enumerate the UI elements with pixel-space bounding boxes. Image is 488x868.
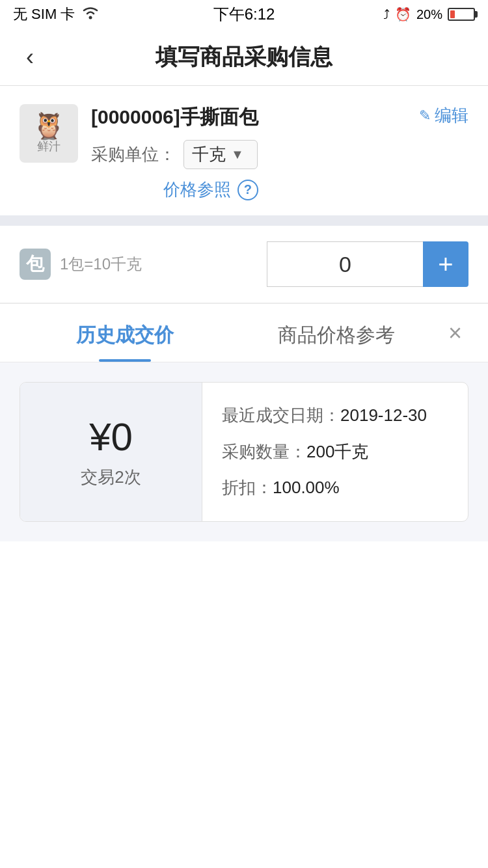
bottom-area <box>0 541 488 868</box>
history-content: ¥0 交易2次 最近成交日期：2019-12-30 采购数量：200千克 折扣：… <box>0 362 488 541</box>
qty-unit-desc: 1包=10千克 <box>60 254 142 275</box>
price-detail-date: 最近成交日期：2019-12-30 <box>222 402 448 429</box>
page-title: 填写商品采购信息 <box>156 42 332 72</box>
unit-label: 采购单位： <box>91 143 176 166</box>
battery-icon <box>448 8 475 21</box>
discount-label: 折扣： <box>222 478 273 497</box>
tab-close-button[interactable]: × <box>442 315 468 351</box>
price-card-left: ¥0 交易2次 <box>20 383 202 521</box>
wifi-icon <box>81 5 100 23</box>
edit-button-container: ✎ 编辑 <box>419 104 468 127</box>
product-info: [0000006]手撕面包 采购单位： 千克 ▼ 价格参照 ? <box>91 104 258 201</box>
price-detail-discount: 折扣：100.00% <box>222 474 448 502</box>
status-bar-left: 无 SIM 卡 <box>13 5 100 24</box>
svg-point-0 <box>89 16 92 20</box>
nav-bar: ‹ 填写商品采购信息 <box>0 29 488 86</box>
price-card-right: 最近成交日期：2019-12-30 采购数量：200千克 折扣：100.00% <box>202 383 468 521</box>
unit-select[interactable]: 千克 ▼ <box>183 140 258 169</box>
qty-right: + <box>267 241 468 287</box>
quantity-input[interactable] <box>267 241 423 287</box>
price-amount: ¥0 <box>89 414 133 459</box>
product-left: 🦉 鲜汁 [0000006]手撕面包 采购单位： 千克 ▼ 价格参照 <box>20 104 258 201</box>
edit-icon: ✎ <box>419 107 431 124</box>
product-name: [0000006]手撕面包 <box>91 104 258 129</box>
status-bar: 无 SIM 卡 下午6:12 ⤴ ⏰ 20% <box>0 0 488 29</box>
tab-product-price-ref[interactable]: 商品价格参考 <box>230 304 441 362</box>
product-owl-icon: 🦉 <box>33 113 65 139</box>
tab-product-price-ref-label: 商品价格参考 <box>278 324 395 346</box>
price-trade-count: 交易2次 <box>81 466 141 489</box>
battery-fill <box>450 10 455 18</box>
price-ref-row: 价格参照 ? <box>91 178 258 201</box>
unit-value: 千克 <box>192 143 226 166</box>
qty-left: 包 1包=10千克 <box>20 249 142 280</box>
edit-label: 编辑 <box>435 104 468 127</box>
recent-date-label: 最近成交日期： <box>222 405 340 425</box>
divider-strip <box>0 215 488 226</box>
recent-date-value: 2019-12-30 <box>340 405 427 425</box>
price-ref-link[interactable]: 价格参照 <box>163 178 231 201</box>
back-button[interactable]: ‹ <box>20 37 40 77</box>
purchase-qty-label: 采购数量： <box>222 442 306 461</box>
product-thumb-label: 鲜汁 <box>37 139 61 154</box>
qty-plus-button[interactable]: + <box>423 241 468 287</box>
product-unit-row: 采购单位： 千克 ▼ <box>91 140 258 169</box>
discount-value: 100.00% <box>273 478 340 497</box>
price-card: ¥0 交易2次 最近成交日期：2019-12-30 采购数量：200千克 折扣：… <box>20 382 468 522</box>
status-bar-time: 下午6:12 <box>213 4 275 25</box>
product-thumb-inner: 🦉 鲜汁 <box>29 114 68 153</box>
purchase-qty-value: 200千克 <box>306 442 368 461</box>
location-icon: ⤴ <box>383 7 390 22</box>
network-label: 无 SIM 卡 <box>13 5 75 24</box>
tab-underline <box>99 359 151 362</box>
tab-history-price[interactable]: 历史成交价 <box>20 304 230 362</box>
quantity-row: 包 1包=10千克 + <box>0 226 488 303</box>
tab-header: 历史成交价 商品价格参考 × <box>0 304 488 362</box>
product-thumbnail: 🦉 鲜汁 <box>20 104 78 163</box>
product-card: 🦉 鲜汁 [0000006]手撕面包 采购单位： 千克 ▼ 价格参照 <box>0 86 488 215</box>
edit-button[interactable]: ✎ 编辑 <box>419 104 468 127</box>
alarm-icon: ⏰ <box>395 7 411 22</box>
price-detail-qty: 采购数量：200千克 <box>222 439 448 466</box>
tab-section: 历史成交价 商品价格参考 × ¥0 交易2次 最近成交日期：2019-12-30… <box>0 303 488 541</box>
battery-pct: 20% <box>416 7 442 22</box>
qty-unit-badge: 包 <box>20 249 51 280</box>
tab-history-price-label: 历史成交价 <box>76 324 174 346</box>
unit-dropdown-arrow: ▼ <box>231 147 244 162</box>
price-ref-help-icon[interactable]: ? <box>237 180 258 200</box>
status-bar-right: ⤴ ⏰ 20% <box>383 7 475 22</box>
product-header: 🦉 鲜汁 [0000006]手撕面包 采购单位： 千克 ▼ 价格参照 <box>20 104 468 201</box>
